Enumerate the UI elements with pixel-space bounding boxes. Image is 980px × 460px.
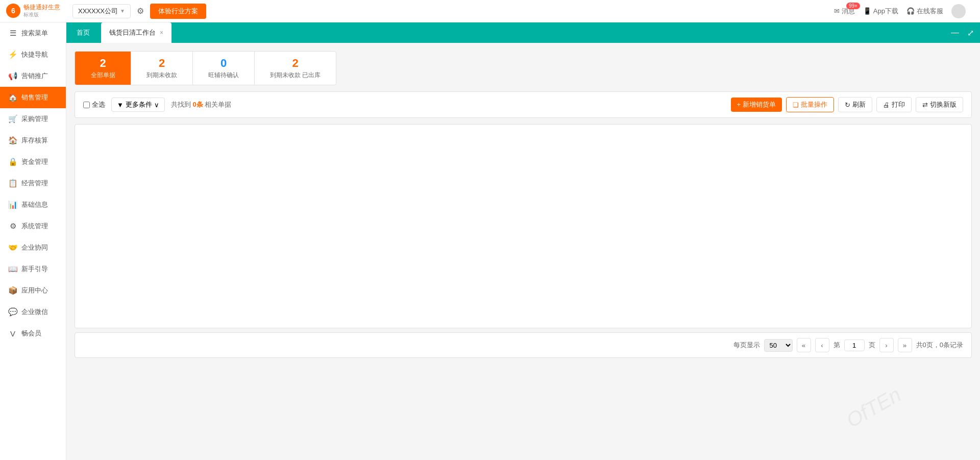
print-btn[interactable]: 🖨 打印 (876, 97, 912, 112)
switch-icon: ⇄ (922, 101, 928, 109)
sidebar-item-purchase[interactable]: 🛒 采购管理 (0, 108, 66, 130)
refresh-label: 刷新 (852, 100, 866, 109)
company-name: XXXXXX公司 (78, 7, 118, 16)
first-page-btn[interactable]: « (797, 338, 811, 352)
page-number-input[interactable] (844, 340, 865, 351)
filter-arrow-icon: ∨ (154, 101, 159, 109)
sidebar-item-member[interactable]: V 畅会员 (0, 323, 66, 344)
system-icon: ⚙ (8, 222, 17, 231)
pending-count: 0 (208, 57, 239, 70)
system-label: 系统管理 (21, 222, 48, 231)
basic-icon: 📊 (8, 200, 17, 209)
enterprise-icon: 🤝 (8, 243, 17, 252)
stat-tab-shipped[interactable]: 2 到期未收款 已出库 (255, 52, 336, 85)
headset-icon: 🎧 (906, 7, 915, 15)
app-layout: ☰ 搜索菜单 ⚡ 快捷导航 📢 营销推广 🏠 销售管理 🛒 采购管理 🏠 库存核… (0, 22, 980, 460)
sidebar-item-app-center[interactable]: 📦 应用中心 (0, 280, 66, 301)
select-all-label: 全选 (92, 100, 105, 109)
home-tab[interactable]: 首页 (66, 22, 100, 43)
tab-minimize-btn[interactable]: — (949, 26, 961, 39)
stat-tab-all[interactable]: 2 全部单据 (75, 52, 131, 85)
stat-tab-pending[interactable]: 0 旺辅待确认 (193, 52, 255, 85)
online-service-item[interactable]: 🎧 在线客服 (906, 7, 943, 16)
enterprise-label: 企业协同 (21, 243, 48, 252)
app-name: 畅捷通好生意 (23, 4, 60, 11)
toolbar: 全选 ▼ 更多条件 ∨ 共找到 0条 相关单据 + 新增销货单 (75, 91, 972, 118)
sidebar-item-capital[interactable]: 🔒 资金管理 (0, 151, 66, 173)
stats-tabs: 2 全部单据 2 到期未收款 0 旺辅待确认 2 到期未收款 已出库 (75, 51, 336, 85)
company-selector[interactable]: XXXXXX公司 ▼ (72, 4, 131, 18)
capital-label: 资金管理 (21, 157, 48, 166)
pending-label: 旺辅待确认 (208, 71, 239, 80)
select-all-checkbox[interactable]: 全选 (83, 100, 105, 109)
app-center-icon: 📦 (8, 286, 17, 295)
last-page-btn[interactable]: » (898, 338, 912, 352)
active-tab-label: 钱货日清工作台 (109, 28, 156, 37)
switch-version-btn[interactable]: ⇄ 切换新版 (916, 97, 963, 112)
tab-close-icon[interactable]: × (160, 29, 163, 36)
capital-icon: 🔒 (8, 157, 17, 166)
next-page-btn[interactable]: › (879, 338, 894, 352)
prev-page-btn[interactable]: ‹ (815, 338, 829, 352)
avatar[interactable] (951, 4, 966, 18)
app-download-item[interactable]: 📱 App下载 (863, 7, 898, 16)
sidebar: ☰ 搜索菜单 ⚡ 快捷导航 📢 营销推广 🏠 销售管理 🛒 采购管理 🏠 库存核… (0, 22, 66, 460)
filter-button[interactable]: ▼ 更多条件 ∨ (111, 98, 165, 112)
sidebar-item-sales[interactable]: 🏠 销售管理 (0, 87, 66, 108)
inventory-label: 库存核算 (21, 136, 48, 145)
refresh-icon: ↻ (845, 101, 850, 109)
tab-maximize-btn[interactable]: ⤢ (965, 26, 976, 40)
quick-nav-label: 快捷导航 (21, 50, 48, 59)
newbie-icon: 📖 (8, 264, 17, 274)
sidebar-item-newbie[interactable]: 📖 新手引导 (0, 258, 66, 280)
found-count: 0条 (193, 101, 203, 108)
add-sale-btn[interactable]: + 新增销货单 (731, 98, 782, 112)
sidebar-item-operations[interactable]: 📋 经营管理 (0, 173, 66, 194)
member-icon: V (8, 329, 17, 338)
overdue-count: 2 (146, 57, 177, 70)
purchase-label: 采购管理 (21, 114, 48, 124)
settings-icon[interactable]: ⚙ (137, 6, 144, 16)
basic-label: 基础信息 (21, 200, 48, 209)
search-menu-label: 搜索菜单 (21, 29, 48, 38)
member-label: 畅会员 (21, 329, 41, 338)
refresh-btn[interactable]: ↻ 刷新 (838, 97, 872, 112)
page-size-select[interactable]: 50 10 20 100 (764, 339, 793, 352)
weixin-icon: 💬 (8, 307, 17, 317)
top-header: 6 畅捷通好生意 标准版 XXXXXX公司 ▼ ⚙ 体验行业方案 ✉ 消息 99… (0, 0, 980, 22)
marketing-icon: 📢 (8, 71, 17, 81)
tab-bar-actions: — ⤢ (949, 26, 980, 40)
batch-operation-btn[interactable]: ❏ 批量操作 (786, 97, 834, 112)
found-text: 共找到 0条 相关单据 (171, 100, 231, 109)
select-all-input[interactable] (83, 102, 90, 108)
sidebar-item-enterprise[interactable]: 🤝 企业协同 (0, 237, 66, 258)
sidebar-item-marketing[interactable]: 📢 营销推广 (0, 65, 66, 87)
content-area: 2 全部单据 2 到期未收款 0 旺辅待确认 2 到期未收款 已出库 全选 ▼ (66, 43, 980, 460)
logo-icon: 6 (6, 4, 20, 18)
sidebar-item-system[interactable]: ⚙ 系统管理 (0, 215, 66, 237)
message-item[interactable]: ✉ 消息 99+ (834, 7, 855, 16)
found-suffix: 相关单据 (205, 101, 231, 108)
active-tab[interactable]: 钱货日清工作台 × (101, 22, 172, 43)
quick-nav-icon: ⚡ (8, 50, 17, 59)
page-size-label: 每页显示 (733, 341, 760, 350)
search-menu-icon: ☰ (8, 29, 17, 38)
operations-icon: 📋 (8, 179, 17, 188)
sidebar-item-basic[interactable]: 📊 基础信息 (0, 194, 66, 215)
main-content: 首页 钱货日清工作台 × — ⤢ 2 全部单据 2 到期未收款 0 旺辅待确认 (66, 22, 980, 460)
stat-tab-overdue[interactable]: 2 到期未收款 (131, 52, 193, 85)
purchase-icon: 🛒 (8, 114, 17, 124)
page-suffix: 页 (869, 341, 875, 350)
app-center-label: 应用中心 (21, 286, 48, 295)
shipped-count: 2 (270, 57, 321, 70)
sidebar-item-weixin[interactable]: 💬 企业微信 (0, 301, 66, 323)
online-service-label: 在线客服 (917, 7, 943, 16)
inventory-icon: 🏠 (8, 136, 17, 145)
sidebar-item-quick-nav[interactable]: ⚡ 快捷导航 (0, 44, 66, 65)
table-area (75, 124, 972, 328)
filter-label: 更多条件 (126, 100, 152, 109)
sidebar-item-search-menu[interactable]: ☰ 搜索菜单 (0, 22, 66, 44)
sidebar-item-inventory[interactable]: 🏠 库存核算 (0, 130, 66, 151)
marketing-label: 营销推广 (21, 71, 48, 81)
trial-button[interactable]: 体验行业方案 (150, 4, 206, 19)
